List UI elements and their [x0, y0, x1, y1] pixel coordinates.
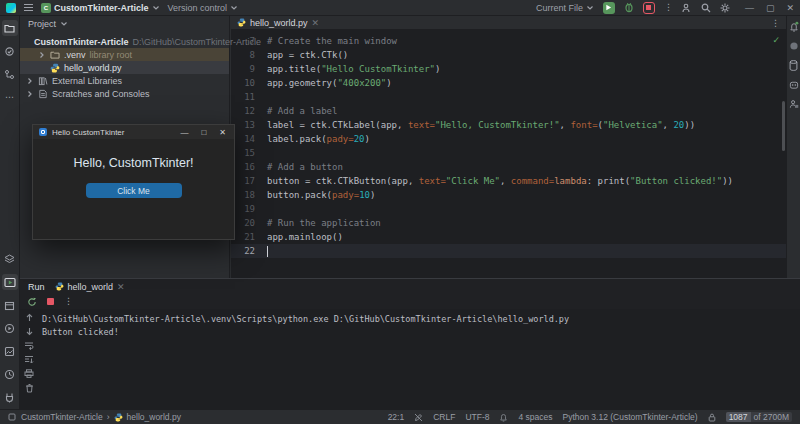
project-tool-button[interactable]: [2, 20, 18, 36]
tree-item-project-root[interactable]: CustomTkinter-Article D:\GitHub\CustomTk…: [20, 35, 229, 48]
code-line[interactable]: 14label.pack(pady=20): [231, 132, 786, 146]
bell-icon: [789, 21, 799, 32]
ctk-click-me-button[interactable]: Click Me: [86, 183, 182, 198]
ctk-title-bar[interactable]: Hello CustomTkinter — □ ✕: [33, 125, 234, 139]
chevron-right-icon[interactable]: [26, 77, 34, 85]
version-control-widget[interactable]: Version control: [168, 3, 239, 13]
profile-button[interactable]: [789, 99, 799, 109]
minimize-button[interactable]: —: [745, 3, 754, 13]
breadcrumb-project[interactable]: CustomTkinter-Article: [21, 412, 103, 422]
run-window-icon: [4, 277, 16, 288]
code-line[interactable]: 19: [231, 202, 786, 216]
settings-button[interactable]: [720, 3, 730, 13]
caret-position-widget[interactable]: 22:1: [388, 412, 405, 422]
chevron-right-icon[interactable]: [26, 90, 34, 98]
main-menu-icon[interactable]: [24, 4, 33, 11]
tree-item-external-libraries[interactable]: External Libraries: [20, 74, 229, 87]
rerun-icon: [27, 297, 37, 307]
editor-scrollbar[interactable]: [782, 101, 785, 151]
services-tool-button[interactable]: [2, 320, 18, 336]
python-console-tool-button[interactable]: [2, 389, 18, 405]
code-line[interactable]: 10app.geometry("400x200"): [231, 76, 786, 90]
tree-item-venv[interactable]: .venv library root: [20, 48, 229, 61]
more-actions-icon[interactable]: ⋮: [664, 3, 673, 12]
debug-button[interactable]: [624, 2, 634, 13]
maximize-button[interactable]: ▢: [766, 3, 775, 13]
history-tool-button[interactable]: [2, 366, 18, 382]
soft-wrap-icon[interactable]: [24, 341, 34, 350]
code-line[interactable]: 12# Add a label: [231, 104, 786, 118]
database-button[interactable]: [789, 60, 798, 71]
ai-assistant-button[interactable]: [789, 80, 799, 90]
code-line[interactable]: 9app.title("Hello CustomTkinter"): [231, 62, 786, 76]
tree-item-label: External Libraries: [52, 76, 122, 86]
code-lines[interactable]: 7# Create the main window8app = ctk.CTk(…: [231, 30, 786, 278]
learn-button[interactable]: [789, 41, 799, 51]
structure-tool-button[interactable]: [2, 66, 18, 82]
indent-widget[interactable]: 4 spaces: [518, 412, 552, 422]
close-button[interactable]: ✕: [786, 3, 794, 13]
ctk-maximize-button[interactable]: □: [201, 128, 206, 137]
scroll-to-end-icon[interactable]: [24, 355, 34, 364]
ctk-app-icon: [39, 128, 47, 136]
code-line[interactable]: 7# Create the main window: [231, 34, 786, 48]
plots-tool-button[interactable]: [2, 343, 18, 359]
print-icon[interactable]: [24, 369, 34, 378]
code-line[interactable]: 17button = ctk.CTkButton(app, text="Clic…: [231, 174, 786, 188]
code-line[interactable]: 15: [231, 146, 786, 160]
up-stack-trace-icon[interactable]: [25, 313, 34, 322]
clear-all-icon[interactable]: [25, 383, 34, 393]
tree-item-label: CustomTkinter-Article: [34, 37, 129, 47]
run-button[interactable]: [603, 2, 615, 14]
notifications-button[interactable]: [789, 21, 799, 32]
status-app-icon[interactable]: [8, 413, 16, 421]
readonly-toggle[interactable]: [414, 413, 423, 422]
memory-indicator[interactable]: 1087 of 2700M: [726, 412, 792, 422]
code-line[interactable]: 16# Add a button: [231, 160, 786, 174]
code-line[interactable]: 22: [231, 244, 786, 258]
run-tab-hello-world[interactable]: hello_world ✕: [55, 282, 125, 292]
stop-button[interactable]: [643, 2, 655, 14]
run-console[interactable]: D:\GitHub\CustomTkinter-Article\.venv\Sc…: [20, 309, 800, 409]
ctk-minimize-button[interactable]: —: [180, 128, 188, 137]
down-stack-trace-icon[interactable]: [25, 327, 34, 336]
chevron-right-icon[interactable]: [38, 51, 46, 59]
encoding-widget[interactable]: UTF-8: [465, 412, 489, 422]
breadcrumb-file[interactable]: hello_world.py: [127, 412, 181, 422]
code-text: # Add a label: [255, 106, 337, 116]
ctk-close-button[interactable]: ✕: [219, 128, 226, 137]
code-line[interactable]: 21app.mainloop(): [231, 230, 786, 244]
python-packages-tool-button[interactable]: [2, 297, 18, 313]
close-run-tab-icon[interactable]: ✕: [117, 282, 125, 292]
commit-tool-button[interactable]: [2, 43, 18, 59]
close-tab-icon[interactable]: ✕: [312, 18, 320, 28]
interpreter-widget[interactable]: Python 3.12 (CustomTkinter-Article): [563, 412, 698, 422]
run-more-options-icon[interactable]: ⋮: [64, 297, 73, 306]
version-control-label: Version control: [168, 3, 228, 13]
notifications-status-button[interactable]: [499, 412, 508, 422]
ctk-app-window[interactable]: Hello CustomTkinter — □ ✕ Hello, CustomT…: [32, 124, 235, 240]
code-line[interactable]: 11: [231, 90, 786, 104]
run-configuration-selector[interactable]: Current File: [536, 3, 594, 13]
project-panel-header[interactable]: Project: [20, 16, 229, 31]
more-tools-icon[interactable]: ⋯: [2, 89, 18, 105]
line-separator-widget[interactable]: CRLF: [433, 412, 455, 422]
code-line[interactable]: 8app = ctk.CTk(): [231, 48, 786, 62]
code-line[interactable]: 20# Run the application: [231, 216, 786, 230]
memory-total: of 2700M: [751, 412, 792, 422]
rerun-button[interactable]: [27, 297, 37, 307]
editor-options-icon[interactable]: ⋮: [771, 18, 780, 28]
code-with-me-button[interactable]: [682, 3, 692, 13]
code-token: command=: [511, 176, 554, 186]
code-line[interactable]: 13label = ctk.CTkLabel(app, text="Hello,…: [231, 118, 786, 132]
code-line[interactable]: 18button.pack(pady=10): [231, 188, 786, 202]
packages-tool-button[interactable]: [2, 251, 18, 267]
search-everywhere-button[interactable]: [701, 3, 711, 13]
run-tool-button[interactable]: [2, 274, 18, 290]
editor-tab-hello-world[interactable]: hello_world.py ✕: [237, 18, 319, 28]
tree-item-hello-world[interactable]: hello_world.py: [20, 61, 229, 74]
project-widget[interactable]: C CustomTkinter-Article: [41, 3, 160, 13]
stop-process-button[interactable]: [46, 297, 55, 306]
lock-toggle[interactable]: [708, 413, 716, 422]
tree-item-scratches[interactable]: Scratches and Consoles: [20, 87, 229, 100]
